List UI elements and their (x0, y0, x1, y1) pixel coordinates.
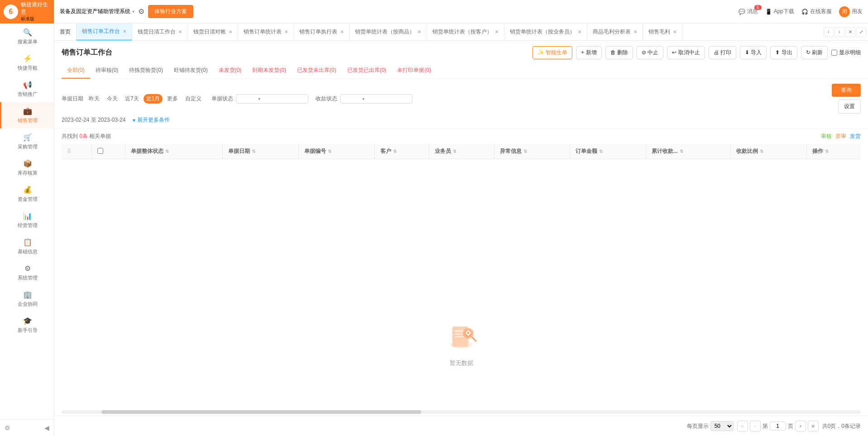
setting-button[interactable]: 设置 (838, 100, 861, 114)
date-option-更多[interactable]: 更多 (164, 94, 181, 104)
message-group[interactable]: 💬 消息 6 (739, 8, 758, 15)
date-option-近1月[interactable]: 近1月 (144, 94, 163, 104)
tab-close-sales-exec[interactable]: ✕ (340, 29, 344, 34)
filter-tab-not-printed[interactable]: 未打印单据(0) (392, 63, 436, 79)
date-option-近7天[interactable]: 近7天 (122, 94, 142, 104)
sidebar-item-operation[interactable]: 📊经营管理 (0, 207, 54, 233)
date-option-今天[interactable]: 今天 (104, 94, 120, 104)
filter-tab-pending-inspect[interactable]: 待拣货验货(0) (124, 63, 168, 79)
sidebar-item-search[interactable]: 🔍搜索菜单 (0, 24, 54, 50)
tab-close-all-button[interactable]: ✕ (845, 27, 855, 37)
ship-action-btn[interactable]: 发货 (850, 133, 861, 140)
tab-close-cash-reconcile[interactable]: ✕ (229, 29, 232, 34)
sidebar-item-marketing[interactable]: 📢营销推广 (0, 76, 54, 102)
sidebar-item-purchase[interactable]: 🛒采购管理 (0, 128, 54, 155)
tab-close-sales-summary-customer[interactable]: ✕ (495, 29, 499, 34)
dropdown-arrow-icon[interactable]: ▾ (132, 9, 134, 14)
tab-sales-exec[interactable]: 销售订单执行表✕ (294, 24, 350, 41)
header-settings-icon[interactable]: ⚙ (138, 7, 144, 16)
horizontal-scrollbar[interactable] (62, 410, 861, 414)
tab-scroll-right-button[interactable]: › (834, 27, 844, 37)
export-button[interactable]: ⬆ 导出 (770, 46, 797, 59)
tab-cash-reconcile[interactable]: 钱货日清对账✕ (188, 24, 238, 41)
filter-tab-wangpu-pending[interactable]: 旺铺待发货(0) (168, 63, 213, 79)
sort-ratio[interactable]: 收款比例⇅ (736, 147, 801, 155)
add-button[interactable]: + 新增 (576, 46, 601, 59)
prev-page-button[interactable]: ‹ (750, 421, 761, 431)
cancel-review-action-btn[interactable]: 弃审 (835, 133, 846, 140)
sort-collected[interactable]: 累计收款...⇅ (652, 147, 725, 155)
th-staff[interactable]: 业务员⇅ (429, 144, 494, 159)
review-action-btn[interactable]: 审核 (821, 133, 832, 140)
date-option-自定义[interactable]: 自定义 (182, 94, 204, 104)
tab-home[interactable]: 首页 (54, 24, 77, 41)
delete-button[interactable]: 🗑 删除 (605, 46, 633, 59)
tab-sales-stats[interactable]: 销售订单统计表✕ (238, 24, 294, 41)
expand-filter-button[interactable]: ▾ 展开更多条件 (133, 116, 170, 124)
sort-number[interactable]: 单据编号⇅ (304, 147, 369, 155)
sort-date[interactable]: 单据日期⇅ (228, 147, 293, 155)
table-scroll[interactable]: ⠿单据整体状态⇅单据日期⇅单据编号⇅客户⇅业务员⇅异常信息⇅订单金额⇅累计收款.… (62, 144, 861, 276)
tab-sales-workbench[interactable]: 销售订单工作台✕ (77, 24, 132, 41)
tab-close-goods-margin[interactable]: ✕ (633, 29, 637, 34)
show-detail-checkbox[interactable]: 显示明细 (831, 49, 861, 57)
tab-cash-daily[interactable]: 钱货日清工作台✕ (132, 24, 188, 41)
collapse-icon[interactable]: ◀ (44, 424, 49, 431)
tab-sales-summary-staff[interactable]: 销货单统计表（按业务员）✕ (504, 24, 587, 41)
th-action[interactable]: 操作⇅ (807, 144, 861, 159)
sidebar-item-sales[interactable]: 💼销售管理 (0, 102, 54, 128)
th-number[interactable]: 单据编号⇅ (299, 144, 375, 159)
import-button[interactable]: ⬇ 导入 (740, 46, 767, 59)
date-option-昨天[interactable]: 昨天 (86, 94, 102, 104)
tab-sales-summary-customer[interactable]: 销货单统计表（按客户）✕ (427, 24, 504, 41)
sort-exception[interactable]: 异常信息⇅ (500, 147, 565, 155)
tab-scroll-left-button[interactable]: ‹ (824, 27, 834, 37)
sidebar-item-guide[interactable]: 🎓新手引导 (0, 312, 54, 338)
tab-sales-summary-product[interactable]: 销货单统计表（按商品）✕ (350, 24, 427, 41)
sort-amount[interactable]: 订单金额⇅ (575, 147, 640, 155)
status-select[interactable]: ▾ (236, 94, 308, 104)
tab-goods-margin[interactable]: 商品毛利分析表✕ (587, 24, 643, 41)
filter-tab-overdue-not-shipped[interactable]: 到期未发货(0) (247, 63, 292, 79)
cancel-pause-button[interactable]: ↩ 取消中止 (667, 46, 705, 59)
sidebar-item-quick-nav[interactable]: ⚡快捷导航 (0, 50, 54, 76)
tab-maximize-button[interactable]: ⤢ (856, 27, 866, 37)
refresh-button[interactable]: ↻ 刷新 (801, 46, 828, 59)
print-button[interactable]: 🖨 打印 (709, 46, 736, 59)
filter-tab-not-shipped[interactable]: 未发货(0) (213, 63, 247, 79)
online-service-group[interactable]: 🎧 在线客服 (801, 8, 832, 15)
tab-close-sales-more[interactable]: ✕ (673, 29, 676, 34)
show-detail-input[interactable] (831, 50, 837, 56)
solution-button[interactable]: 体验行业方案 (148, 5, 193, 18)
tab-close-sales-workbench[interactable]: ✕ (123, 29, 126, 34)
user-group[interactable]: 用 用友 (839, 6, 863, 17)
next-page-button[interactable]: › (795, 421, 806, 431)
filter-tab-shipped-not-out[interactable]: 已发货未出库(0) (292, 63, 342, 79)
pause-button[interactable]: ⊘ 中止 (637, 46, 663, 59)
th-date[interactable]: 单据日期⇅ (223, 144, 299, 159)
th-ratio[interactable]: 收款比例⇅ (731, 144, 807, 159)
sidebar-item-enterprise[interactable]: 🏢企业协同 (0, 286, 54, 312)
th-exception[interactable]: 异常信息⇅ (494, 144, 570, 159)
sidebar-item-system[interactable]: ⚙系统管理 (0, 260, 54, 286)
th-amount[interactable]: 订单金额⇅ (570, 144, 646, 159)
sidebar-item-basic-info[interactable]: 📋基础信息 (0, 233, 54, 260)
sort-action[interactable]: 操作⇅ (812, 147, 855, 155)
tab-close-sales-summary-product[interactable]: ✕ (417, 29, 421, 34)
tab-close-sales-summary-staff[interactable]: ✕ (578, 29, 581, 34)
th-customer[interactable]: 客户⇅ (374, 144, 429, 159)
app-download-group[interactable]: 📱 App下载 (765, 8, 794, 15)
filter-tab-all[interactable]: 全部(0) (62, 63, 90, 79)
sort-customer[interactable]: 客户⇅ (380, 147, 423, 155)
page-size-select[interactable]: 2050100 (710, 421, 734, 431)
page-number-input[interactable] (770, 422, 786, 431)
sort-staff[interactable]: 业务员⇅ (435, 147, 489, 155)
sidebar-item-finance[interactable]: 💰资金管理 (0, 181, 54, 207)
sort-status[interactable]: 单据整体状态⇅ (131, 147, 217, 155)
tab-sales-more[interactable]: 销售毛利✕ (643, 24, 682, 41)
payment-select[interactable]: ▾ (340, 94, 412, 104)
last-page-button[interactable]: » (808, 421, 819, 431)
scroll-thumb[interactable] (101, 410, 421, 414)
filter-tab-pending-review[interactable]: 待审核(0) (90, 63, 124, 79)
th-status[interactable]: 单据整体状态⇅ (125, 144, 223, 159)
